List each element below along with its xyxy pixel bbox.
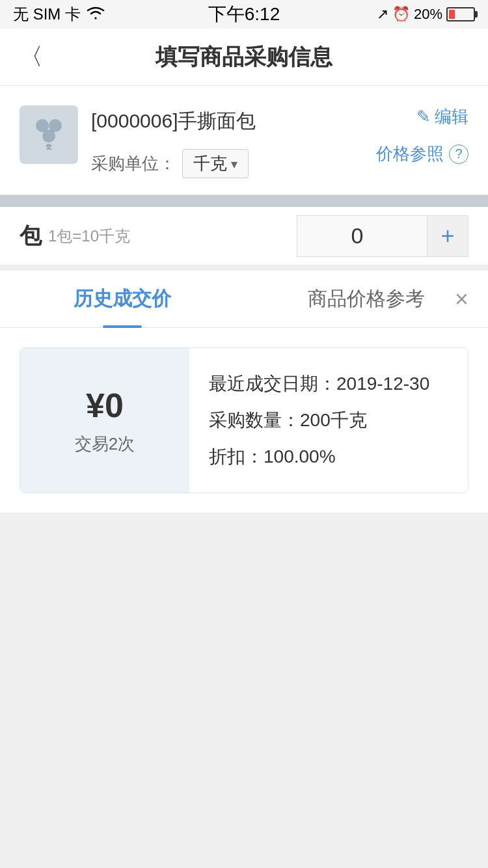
status-left: 无 SIM 卡	[13, 4, 105, 25]
price-ref-button[interactable]: 价格参照 ?	[376, 142, 468, 165]
product-card: 觉 [0000006]手撕面包 采购单位： 千克 ▾ ✎ 编辑	[0, 86, 488, 195]
battery-icon	[446, 7, 475, 21]
help-icon: ?	[449, 144, 468, 164]
quantity-plus-button[interactable]: +	[427, 215, 468, 257]
quantity-value: 200千克	[300, 410, 367, 430]
discount-value: 100.00%	[264, 446, 336, 467]
history-latest-date-row: 最近成交日期：2019-12-30	[209, 372, 448, 396]
nav-bar: 〈 填写商品采购信息	[0, 29, 488, 86]
latest-date-label: 最近成交日期：	[209, 373, 336, 394]
tabs-close-button[interactable]: ×	[455, 286, 468, 313]
quantity-hint: 1包=10千克	[48, 226, 130, 247]
product-thumbnail-icon: 觉	[29, 113, 68, 157]
location-icon: ↗	[377, 6, 388, 23]
price-ref-label: 价格参照	[376, 142, 444, 165]
history-discount-row: 折扣：100.00%	[209, 444, 448, 469]
edit-icon: ✎	[416, 107, 431, 127]
section-divider	[0, 195, 488, 207]
edit-button[interactable]: ✎ 编辑	[416, 105, 468, 128]
unit-label: 采购单位：	[91, 152, 176, 175]
battery-percentage: 20%	[414, 6, 442, 23]
alarm-icon: ⏰	[392, 6, 410, 23]
unit-value: 千克	[193, 152, 227, 175]
history-times: 交易2次	[75, 433, 135, 455]
discount-label: 折扣：	[209, 446, 264, 467]
tabs-panel: 历史成交价 商品价格参考 × ¥0 交易2次 最近成交日期：2019-12-30…	[0, 271, 488, 513]
status-right: ↗ ⏰ 20%	[377, 6, 475, 23]
product-unit-row: 采购单位： 千克 ▾	[91, 149, 256, 178]
history-card-left: ¥0 交易2次	[20, 348, 189, 493]
history-price: ¥0	[86, 386, 124, 425]
svg-point-2	[42, 129, 55, 142]
quantity-label-text: 采购数量：	[209, 410, 300, 430]
product-thumbnail: 觉	[20, 105, 78, 164]
status-bar: 无 SIM 卡 下午6:12 ↗ ⏰ 20%	[0, 0, 488, 29]
tabs-header: 历史成交价 商品价格参考 ×	[0, 271, 488, 328]
svg-text:觉: 觉	[46, 143, 52, 150]
unit-select-arrow: ▾	[231, 156, 237, 172]
unit-select[interactable]: 千克 ▾	[182, 149, 249, 178]
product-name: [0000006]手撕面包	[91, 108, 256, 135]
quantity-input[interactable]	[297, 215, 427, 257]
quantity-unit: 包	[20, 221, 42, 251]
back-button[interactable]: 〈	[20, 41, 43, 73]
history-card-right: 最近成交日期：2019-12-30 采购数量：200千克 折扣：100.00%	[189, 348, 468, 493]
quantity-control: +	[297, 215, 468, 257]
sim-label: 无 SIM 卡	[13, 4, 81, 25]
quantity-label: 包 1包=10千克	[20, 221, 130, 251]
history-quantity-row: 采购数量：200千克	[209, 408, 448, 433]
latest-date-value: 2019-12-30	[336, 373, 429, 394]
page-title: 填写商品采购信息	[156, 42, 332, 72]
tab-history-price[interactable]: 历史成交价	[0, 271, 244, 328]
wifi-icon	[86, 5, 105, 23]
history-card: ¥0 交易2次 最近成交日期：2019-12-30 采购数量：200千克 折扣：…	[20, 347, 468, 493]
tab-price-reference[interactable]: 商品价格参考	[244, 271, 488, 328]
status-time: 下午6:12	[208, 2, 280, 27]
quantity-row: 包 1包=10千克 +	[0, 207, 488, 265]
tab-content: ¥0 交易2次 最近成交日期：2019-12-30 采购数量：200千克 折扣：…	[0, 328, 488, 513]
